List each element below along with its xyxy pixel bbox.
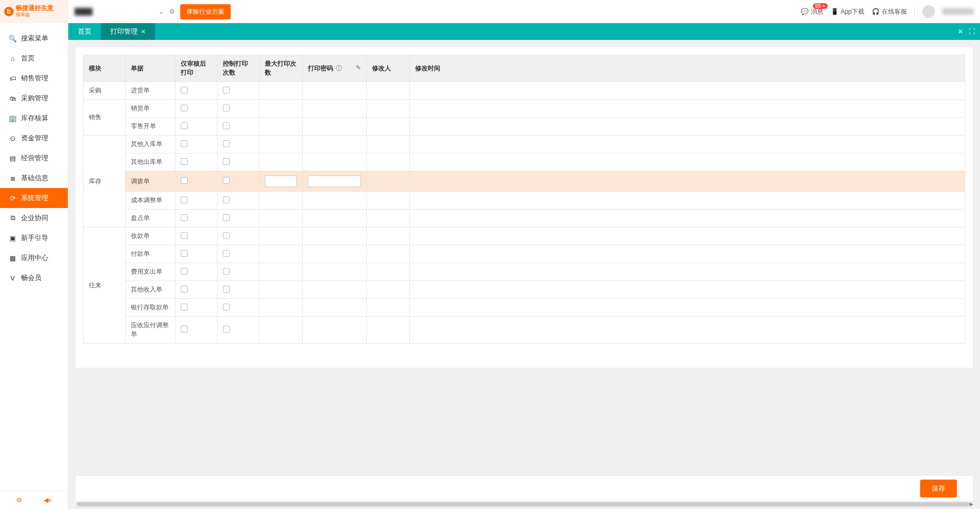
chevron-down-icon[interactable]: ⌄ <box>159 8 164 15</box>
table-row: 销售销货单 <box>84 100 965 118</box>
cell-audit-only <box>176 136 218 153</box>
settings-icon[interactable]: ⚙ <box>16 496 22 504</box>
checkbox[interactable] <box>223 177 230 184</box>
checkbox[interactable] <box>223 286 230 293</box>
sidebar-item-7[interactable]: ≣基础信息 <box>0 168 68 188</box>
tab-0[interactable]: 首页 <box>68 23 101 40</box>
sidebar-item-6[interactable]: ▤经营管理 <box>0 148 68 168</box>
th-audit-only: 仅审核后打印 <box>176 55 218 82</box>
app-download-link[interactable]: 📱 App下载 <box>831 7 864 16</box>
checkbox[interactable] <box>223 232 230 239</box>
save-button[interactable]: 保存 <box>920 480 957 497</box>
cell-max-count <box>260 210 303 227</box>
checkbox[interactable] <box>181 326 188 333</box>
sidebar-item-8[interactable]: ⟳系统管理 <box>0 188 68 208</box>
checkbox[interactable] <box>181 250 188 257</box>
checkbox[interactable] <box>223 105 230 111</box>
checkbox[interactable] <box>181 177 188 184</box>
cell-modifier <box>367 227 410 245</box>
table-row: 费用支出单 <box>84 263 965 281</box>
checkbox[interactable] <box>181 87 188 94</box>
messages-link[interactable]: 💬 消息 99 + <box>801 7 823 16</box>
avatar[interactable] <box>922 5 935 18</box>
checkbox[interactable] <box>223 304 230 310</box>
checkbox[interactable] <box>181 304 188 310</box>
checkbox[interactable] <box>181 122 188 129</box>
cell-control-count <box>218 210 260 227</box>
sidebar-item-11[interactable]: ▦应用中心 <box>0 248 68 268</box>
scroll-right-icon[interactable]: ▶ <box>969 501 974 507</box>
checkbox[interactable] <box>181 214 188 221</box>
tab-1[interactable]: 打印管理✕ <box>101 23 155 40</box>
cell-audit-only <box>176 171 218 192</box>
checkbox[interactable] <box>181 196 188 203</box>
main: ████ ⌄ ⚙ 体验行业方案 💬 消息 99 + 📱 App下载 🎧 在线客服 <box>68 0 980 509</box>
cell-password <box>303 317 367 344</box>
topbar: ████ ⌄ ⚙ 体验行业方案 💬 消息 99 + 📱 App下载 🎧 在线客服 <box>68 0 980 23</box>
cell-modify-time <box>410 299 965 317</box>
cell-modify-time <box>410 171 965 192</box>
chat-icon: 💬 <box>801 8 809 15</box>
cell-audit-only <box>176 82 218 100</box>
sidebar-item-label: 采购管理 <box>21 94 48 103</box>
cell-modifier <box>367 82 410 100</box>
gear-icon[interactable]: ⚙ <box>169 8 175 15</box>
scrollbar-thumb[interactable] <box>77 502 969 506</box>
password-input[interactable] <box>308 175 361 187</box>
cell-doc: 收款单 <box>126 227 176 245</box>
cell-password <box>303 100 367 118</box>
table-row: 成本调整单 <box>84 192 965 210</box>
max-count-input[interactable] <box>265 175 297 187</box>
cell-modify-time <box>410 136 965 153</box>
messages-badge: 99 + <box>813 3 828 9</box>
checkbox[interactable] <box>223 122 230 129</box>
th-modify-time: 修改时间 <box>410 55 965 82</box>
th-password: 打印密码 ⓘ ✎ <box>303 55 367 82</box>
industry-plan-button[interactable]: 体验行业方案 <box>180 4 231 19</box>
org-selector[interactable]: ████ <box>75 8 153 15</box>
checkbox[interactable] <box>223 140 230 147</box>
sidebar-item-5[interactable]: ⊙资金管理 <box>0 128 68 148</box>
checkbox[interactable] <box>223 326 230 333</box>
user-name[interactable] <box>942 8 974 15</box>
sidebar-item-10[interactable]: ▣新手引导 <box>0 228 68 248</box>
horizontal-scrollbar[interactable]: ▶ <box>76 502 973 507</box>
fullscreen-icon[interactable]: ⛶ <box>968 28 975 35</box>
collapse-icon[interactable]: ◀» <box>44 496 52 504</box>
th-modifier: 修改人 <box>367 55 410 82</box>
sidebar-item-label: 系统管理 <box>21 193 48 203</box>
checkbox[interactable] <box>223 214 230 221</box>
sidebar-item-12[interactable]: V畅会员 <box>0 268 68 288</box>
checkbox[interactable] <box>223 87 230 94</box>
sidebar-item-label: 销售管理 <box>21 74 48 83</box>
tab-close-icon[interactable]: ✕ <box>141 28 146 35</box>
table-row: 调拨单 <box>84 171 965 192</box>
checkbox[interactable] <box>223 158 230 165</box>
cell-doc: 盘点单 <box>126 210 176 227</box>
cell-modify-time <box>410 100 965 118</box>
sidebar-item-4[interactable]: 🏢库存核算 <box>0 108 68 128</box>
checkbox[interactable] <box>223 196 230 203</box>
checkbox[interactable] <box>223 250 230 257</box>
edit-icon[interactable]: ✎ <box>356 64 361 71</box>
nav: 🔍搜索菜单⌂首页🏷销售管理🛍采购管理🏢库存核算⊙资金管理▤经营管理≣基础信息⟳系… <box>0 23 68 491</box>
checkbox[interactable] <box>181 232 188 239</box>
close-all-tabs-icon[interactable]: ✕ <box>958 28 963 35</box>
help-icon[interactable]: ⓘ <box>336 65 342 72</box>
checkbox[interactable] <box>181 268 188 275</box>
sidebar-item-0[interactable]: 🔍搜索菜单 <box>0 28 68 48</box>
vip-icon: V <box>8 274 17 282</box>
sidebar-item-3[interactable]: 🛍采购管理 <box>0 88 68 108</box>
checkbox[interactable] <box>181 286 188 293</box>
sidebar-item-9[interactable]: ⧉企业协同 <box>0 208 68 228</box>
checkbox[interactable] <box>181 105 188 111</box>
sidebar-item-2[interactable]: 🏷销售管理 <box>0 68 68 88</box>
coin-icon: ⊙ <box>8 134 17 142</box>
online-service-link[interactable]: 🎧 在线客服 <box>872 7 907 16</box>
table-row: 其他出库单 <box>84 153 965 171</box>
checkbox[interactable] <box>181 158 188 165</box>
checkbox[interactable] <box>181 140 188 147</box>
cell-modifier <box>367 118 410 136</box>
checkbox[interactable] <box>223 268 230 275</box>
sidebar-item-1[interactable]: ⌂首页 <box>0 48 68 68</box>
